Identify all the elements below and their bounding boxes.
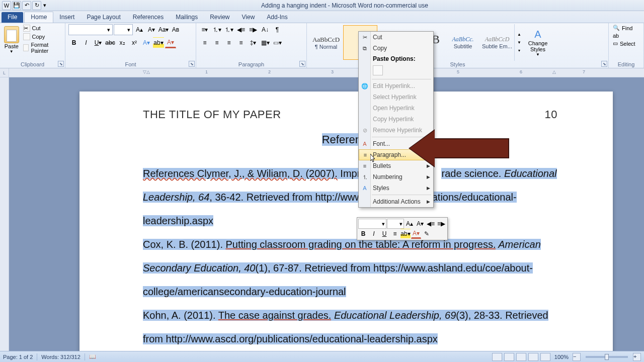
style-subtitle[interactable]: AaBbCc.Subtitle	[446, 25, 480, 60]
mini-font-combo[interactable]: ▾	[358, 219, 386, 229]
style-normal[interactable]: AaBbCcD¶ Normal	[309, 25, 343, 60]
style-subtle-em[interactable]: AaBbCcDSubtle Em...	[480, 25, 514, 60]
styles-dialog-launcher[interactable]: ⬊	[601, 61, 607, 67]
shading-button[interactable]: ▦▾	[260, 37, 271, 48]
font-family-combo[interactable]: ▾	[68, 24, 113, 35]
copy-button[interactable]: Copy	[22, 33, 62, 41]
clipboard-dialog-launcher[interactable]: ⬊	[58, 61, 64, 67]
indent-markers[interactable]: ▽△	[143, 69, 150, 74]
mini-center[interactable]: ≡	[390, 229, 400, 239]
qat-more-icon[interactable]: ▾	[42, 1, 47, 10]
multilevel-button[interactable]: ⒈▾	[223, 24, 234, 35]
view-outline[interactable]	[528, 353, 538, 361]
cm-open-hyperlink[interactable]: Open Hyperlink	[359, 103, 433, 114]
zoom-level[interactable]: 100%	[554, 354, 569, 360]
grow-font-button[interactable]: A▴	[134, 24, 145, 35]
mini-decrease-indent[interactable]: ◀≡	[426, 219, 436, 229]
styles-scroll-up[interactable]: ▲	[516, 31, 523, 39]
bold-button[interactable]: B	[68, 37, 79, 48]
cm-copy-hyperlink[interactable]: Copy Hyperlink	[359, 114, 433, 125]
font-size-combo[interactable]: ▾	[114, 24, 133, 35]
highlight-button[interactable]: ab▾	[153, 37, 164, 48]
tab-home[interactable]: Home	[24, 12, 53, 23]
view-web[interactable]	[516, 353, 526, 361]
paste-keep-source-button[interactable]	[373, 65, 383, 75]
mini-highlight[interactable]: ab▾	[400, 229, 411, 239]
change-case-button[interactable]: Aa▾	[158, 24, 169, 35]
mini-shrink-font[interactable]: A▾	[415, 219, 425, 229]
tab-addins[interactable]: Add-Ins	[261, 12, 293, 23]
strikethrough-button[interactable]: abc	[105, 37, 116, 48]
align-center-button[interactable]: ≡	[211, 37, 222, 48]
mini-size-combo[interactable]: ▾	[387, 219, 404, 229]
cm-cut[interactable]: ✂Cut	[359, 32, 433, 43]
cut-button[interactable]: ✂Cut	[22, 24, 62, 32]
show-marks-button[interactable]: ¶	[272, 24, 283, 35]
sort-button[interactable]: A↓	[260, 24, 271, 35]
font-dialog-launcher[interactable]: ⬊	[189, 61, 195, 67]
change-styles-button[interactable]: A Change Styles ▼	[524, 24, 552, 61]
find-button[interactable]: 🔍Find	[612, 24, 640, 32]
align-right-button[interactable]: ≡	[223, 37, 234, 48]
zoom-in-button[interactable]: +	[633, 353, 641, 361]
italic-button[interactable]: I	[80, 37, 92, 48]
superscript-button[interactable]: x²	[129, 37, 140, 48]
cm-numbering[interactable]: ⒈Numbering▶	[359, 171, 433, 183]
view-draft[interactable]	[540, 353, 550, 361]
mini-increase-indent[interactable]: ≡▶	[436, 219, 446, 229]
increase-indent-button[interactable]: ≡▶	[248, 24, 259, 35]
mini-bold[interactable]: B	[358, 229, 368, 239]
align-left-button[interactable]: ≡	[199, 37, 210, 48]
font-color-button[interactable]: A▾	[165, 37, 176, 48]
justify-button[interactable]: ≡	[235, 37, 247, 48]
tab-file[interactable]: File	[2, 12, 23, 23]
replace-button[interactable]: ab	[612, 32, 640, 39]
cm-select-hyperlink[interactable]: Select Hyperlink	[359, 92, 433, 103]
select-button[interactable]: ▭Select	[612, 40, 640, 47]
clear-formatting-button[interactable]: Aв	[170, 24, 181, 35]
text-effects-button[interactable]: A▾	[141, 37, 152, 48]
decrease-indent-button[interactable]: ◀≡	[235, 24, 247, 35]
styles-more[interactable]: ▾	[516, 47, 523, 55]
mini-font-color[interactable]: A▾	[411, 229, 421, 239]
save-icon[interactable]: 💾	[12, 1, 21, 10]
document-scroll[interactable]: THE TITLE OF MY PAPER 10 References Refe…	[9, 77, 644, 357]
tab-page-layout[interactable]: Page Layout	[80, 12, 126, 23]
undo-icon[interactable]: ↶	[22, 1, 31, 10]
zoom-slider[interactable]	[586, 356, 628, 358]
mini-format-painter[interactable]: ✎	[422, 229, 432, 239]
vertical-ruler[interactable]	[0, 77, 9, 357]
tab-references[interactable]: References	[127, 12, 170, 23]
status-words[interactable]: Words: 312/312	[41, 354, 80, 360]
styles-scroll-down[interactable]: ▼	[516, 39, 523, 47]
line-spacing-button[interactable]: ‡▾	[248, 37, 259, 48]
shrink-font-button[interactable]: A▾	[146, 24, 157, 35]
paragraph-dialog-launcher[interactable]: ⬊	[299, 61, 305, 67]
underline-button[interactable]: U▾	[93, 37, 104, 48]
bullets-button[interactable]: ≡▾	[199, 24, 210, 35]
mini-italic[interactable]: I	[369, 229, 379, 239]
redo-icon[interactable]: ↻	[32, 1, 41, 10]
cm-copy[interactable]: ⧉Copy	[359, 43, 433, 54]
numbering-button[interactable]: ⒈▾	[211, 24, 222, 35]
mini-grow-font[interactable]: A▴	[405, 219, 415, 229]
zoom-out-button[interactable]: −	[573, 353, 581, 361]
subscript-button[interactable]: x₂	[117, 37, 128, 48]
status-proof-icon[interactable]: 📖	[89, 353, 96, 360]
cm-styles[interactable]: AStyles▶	[359, 183, 433, 194]
tab-insert[interactable]: Insert	[53, 12, 80, 23]
tab-mailings[interactable]: Mailings	[170, 12, 204, 23]
paste-button[interactable]: Paste ▼	[3, 24, 20, 54]
tab-view[interactable]: View	[236, 12, 261, 23]
right-indent-marker[interactable]: △	[552, 69, 556, 74]
word-icon[interactable]: W	[2, 1, 11, 10]
view-fullscreen[interactable]	[504, 353, 514, 361]
borders-button[interactable]: ▭▾	[272, 37, 283, 48]
tab-review[interactable]: Review	[204, 12, 235, 23]
cm-edit-hyperlink[interactable]: 🌐Edit Hyperlink...	[359, 80, 433, 92]
cm-additional-actions[interactable]: Additional Actions▶	[359, 196, 433, 207]
document-page[interactable]: THE TITLE OF MY PAPER 10 References Refe…	[79, 92, 613, 357]
format-painter-button[interactable]: Format Painter	[22, 41, 62, 54]
view-print-layout[interactable]	[492, 353, 502, 361]
mini-underline[interactable]: U	[379, 229, 389, 239]
